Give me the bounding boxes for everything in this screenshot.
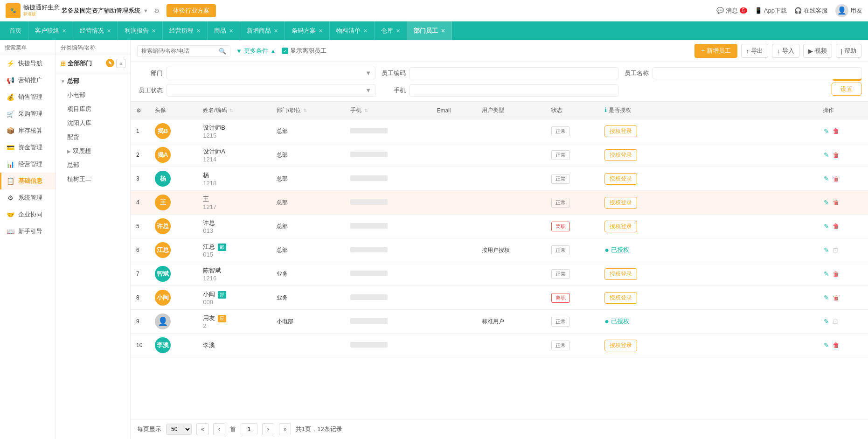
per-page-select[interactable]: 50 20 100 — [166, 424, 192, 435]
help-btn[interactable]: | 帮助 — [836, 44, 861, 58]
status-select[interactable]: ▼ — [167, 84, 375, 97]
sidebar-item-sales[interactable]: 💰 销售管理 — [0, 89, 56, 105]
edit-btn[interactable]: ✎ — [824, 151, 829, 159]
edit-btn[interactable]: ✎ — [824, 294, 829, 301]
show-resigned-toggle[interactable]: ✓ 显示离职员工 — [282, 47, 326, 55]
emp-code-input[interactable] — [410, 67, 618, 79]
edit-btn[interactable]: ✎ — [824, 199, 829, 206]
user-avatar-btn[interactable]: 👤 用友 — [835, 4, 862, 17]
gear-icon[interactable]: ⚙ — [154, 7, 160, 14]
tab-process[interactable]: 经营历程✕ — [163, 21, 208, 40]
trial-button[interactable]: 体验行业方案 — [167, 4, 216, 17]
view-btn[interactable]: ▶ 视频 — [803, 44, 832, 58]
auth-btn[interactable]: 授权登录 — [604, 221, 637, 232]
prev-prev-btn[interactable]: « — [196, 423, 208, 435]
auth-btn[interactable]: 授权登录 — [604, 149, 637, 161]
edit-btn[interactable]: ✎ — [824, 127, 829, 135]
sidebar-item-system[interactable]: ⚙ 系统管理 — [0, 189, 56, 206]
sidebar-item-basic[interactable]: 📋 基础信息 — [0, 173, 56, 189]
dept-node-parent[interactable]: ▼ 总部 — [56, 74, 130, 88]
auth-btn[interactable]: 授权登录 — [604, 125, 637, 137]
tab-add-goods[interactable]: 新增商品✕ — [240, 21, 285, 40]
sidebar-item-shortcut[interactable]: ⚡ 快捷导航 — [0, 55, 56, 72]
delete-btn[interactable]: 🗑 — [833, 127, 839, 135]
add-employee-btn[interactable]: + 新增员工 — [694, 44, 737, 58]
app-download-btn[interactable]: 📱 App下载 — [755, 7, 787, 15]
dept-node-shenyang[interactable]: 沈阳大库 — [56, 116, 130, 130]
dept-collapse-btn[interactable]: « — [116, 59, 125, 68]
dept-node-xiaodian[interactable]: 小电部 — [56, 88, 130, 102]
auth-btn[interactable]: 授权登录 — [604, 173, 637, 185]
message-btn[interactable]: 💬 消息 5 — [716, 7, 747, 15]
export-btn[interactable]: ↑ 导出 — [741, 44, 769, 58]
close-icon[interactable]: ✕ — [229, 28, 233, 34]
edit-btn[interactable]: ✎ — [824, 270, 829, 278]
import-btn[interactable]: ↓ 导入 — [772, 44, 799, 58]
delete-btn[interactable]: 🗑 — [833, 199, 839, 206]
edit-btn[interactable]: ✎ — [824, 246, 829, 254]
sidebar-item-business[interactable]: 📊 经营管理 — [0, 156, 56, 173]
more-conditions-btn[interactable]: ▼ 更多条件 ▲ — [236, 47, 276, 55]
tab-warehouse[interactable]: 仓库✕ — [375, 21, 407, 40]
delete-btn[interactable]: 🗑 — [833, 341, 839, 349]
sidebar-item-finance[interactable]: 💳 资金管理 — [0, 139, 56, 156]
close-icon[interactable]: ✕ — [319, 28, 323, 34]
auth-btn[interactable]: 授权登录 — [604, 340, 637, 351]
tab-customer[interactable]: 客户联络✕ — [28, 21, 73, 40]
edit-btn[interactable]: ✎ — [824, 341, 829, 349]
delete-btn[interactable]: 🗑 — [833, 270, 839, 278]
dept-node-project[interactable]: 项目库房 — [56, 102, 130, 116]
sidebar-item-guide[interactable]: 📖 新手引导 — [0, 223, 56, 240]
dept-node-zongbu[interactable]: 总部 — [56, 158, 130, 172]
auth-btn[interactable]: 授权登录 — [604, 292, 637, 304]
sidebar-item-inventory[interactable]: 📦 库存核算 — [0, 122, 56, 139]
sidebar-item-purchase[interactable]: 🛒 采购管理 — [0, 105, 56, 122]
sys-title-dropdown-icon[interactable]: ▼ — [143, 8, 148, 14]
dept-edit-btn[interactable]: ✎ — [106, 59, 114, 67]
dept-search-input[interactable] — [61, 44, 131, 51]
reset-btn[interactable]: 设置 — [832, 83, 861, 96]
dept-node-peihuo[interactable]: 配货 — [56, 130, 130, 144]
close-icon[interactable]: ✕ — [62, 28, 66, 34]
tab-bom[interactable]: 物料清单✕ — [330, 21, 375, 40]
dept-all-btn[interactable]: ⊞ 全部部门 ✎ « — [56, 55, 130, 72]
sidebar-item-marketing[interactable]: 📢 营销推广 — [0, 72, 56, 89]
tab-profit[interactable]: 利润报告✕ — [118, 21, 163, 40]
delete-btn[interactable]: 🗑 — [833, 294, 839, 301]
tab-barcode[interactable]: 条码方案✕ — [285, 21, 330, 40]
close-icon[interactable]: ✕ — [107, 28, 111, 34]
tab-employees[interactable]: 部门员工✕ — [407, 21, 452, 40]
phone-input[interactable] — [410, 84, 618, 97]
close-icon[interactable]: ✕ — [152, 28, 156, 34]
dept-select[interactable]: ▼ — [167, 67, 375, 79]
dept-node-shuanglu[interactable]: ▶ 双鹿想 — [56, 144, 130, 158]
emp-name-input[interactable] — [653, 67, 861, 79]
close-icon[interactable]: ✕ — [196, 28, 201, 34]
tab-operation[interactable]: 经营情况✕ — [73, 21, 118, 40]
next-next-btn[interactable]: » — [279, 423, 291, 435]
page-input[interactable] — [241, 423, 257, 435]
copy-btn[interactable]: ⊡ — [833, 318, 838, 325]
tab-goods[interactable]: 商品✕ — [208, 21, 240, 40]
auth-btn[interactable]: 授权登录 — [604, 197, 637, 209]
col-settings[interactable]: ⚙ — [131, 102, 149, 119]
delete-btn[interactable]: 🗑 — [833, 223, 839, 230]
delete-btn[interactable]: 🗑 — [833, 175, 839, 182]
edit-btn[interactable]: ✎ — [824, 318, 829, 325]
emp-search-input[interactable] — [141, 48, 216, 54]
close-icon[interactable]: ✕ — [441, 28, 445, 34]
close-icon[interactable]: ✕ — [396, 28, 400, 34]
copy-btn[interactable]: ⊡ — [833, 246, 838, 254]
auth-btn[interactable]: 授权登录 — [604, 268, 637, 280]
online-service-btn[interactable]: 🎧 在线客服 — [794, 7, 828, 15]
sidebar-item-collab[interactable]: 🤝 企业协同 — [0, 206, 56, 223]
tab-home[interactable]: 首页 — [3, 21, 28, 40]
edit-btn[interactable]: ✎ — [824, 223, 829, 230]
close-icon[interactable]: ✕ — [363, 28, 368, 34]
sidebar-search-input[interactable] — [5, 44, 56, 51]
prev-btn[interactable]: ‹ — [213, 423, 225, 435]
dept-node-planting[interactable]: 植树王二 — [56, 172, 130, 186]
close-icon[interactable]: ✕ — [274, 28, 278, 34]
delete-btn[interactable]: 🗑 — [833, 151, 839, 159]
edit-btn[interactable]: ✎ — [824, 175, 829, 182]
